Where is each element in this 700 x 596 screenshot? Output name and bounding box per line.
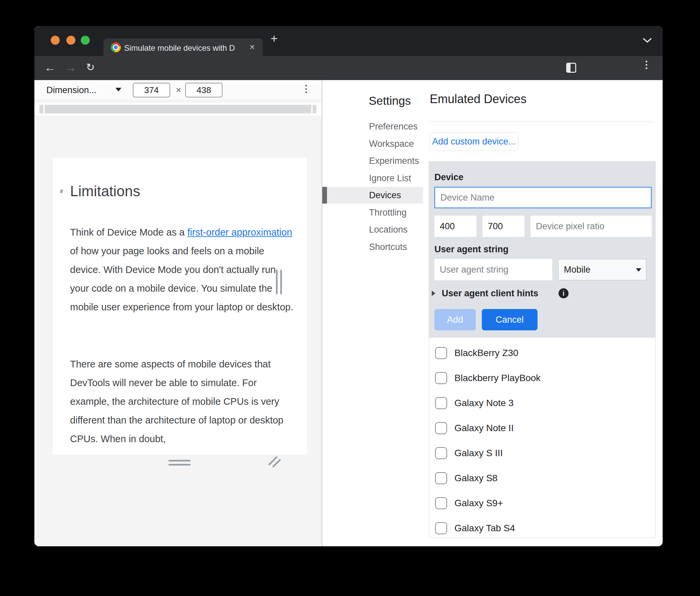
new-tab-button[interactable]: + [271, 33, 278, 45]
device-name-input[interactable] [434, 187, 652, 208]
emulated-page-viewport: # Limitations Think of Device Mode as a … [53, 158, 307, 454]
traffic-light-zoom-icon[interactable] [81, 36, 90, 45]
device-list-row: Galaxy Note 3 [429, 394, 655, 412]
sidebar-item-label: Experiments [369, 156, 419, 166]
viewport-bottom-resize-handle[interactable] [169, 460, 191, 462]
custom-device-form: Device User agent string Mobile User age… [429, 162, 655, 338]
cancel-button[interactable]: Cancel [482, 309, 538, 330]
settings-sidebar-item[interactable]: Devices [322, 187, 423, 203]
device-list-row: Galaxy S8 [429, 470, 655, 487]
add-device-button[interactable]: Add [434, 309, 476, 330]
tab-search-chevron-down-icon[interactable] [642, 37, 652, 44]
device-label: BlackBerry Z30 [454, 348, 518, 358]
title-divider [429, 121, 655, 122]
viewport-right-resize-handle[interactable] [280, 270, 282, 294]
ruler-track[interactable] [40, 105, 316, 114]
device-mode-menu-kebab-icon[interactable] [305, 85, 307, 93]
viewport-right-resize-handle[interactable] [276, 270, 278, 294]
browser-window: Simulate mobile devices with D × + ← → ↻… [34, 26, 662, 546]
reload-button[interactable]: ↻ [86, 62, 95, 73]
doc-p1-text-after: of how your page looks and feels on a mo… [70, 246, 293, 312]
device-list-row: Galaxy Note II [429, 420, 655, 437]
tab-close-icon[interactable]: × [250, 42, 255, 52]
settings-sidebar-item[interactable]: Throttling [322, 204, 423, 221]
device-field-label: Device [434, 172, 464, 182]
device-mode-toolbar: Dimension... × [34, 80, 322, 100]
device-checkbox[interactable] [435, 397, 447, 409]
add-custom-device-button[interactable]: Add custom device... [430, 132, 518, 151]
settings-sidebar-item[interactable]: Ignore List [322, 170, 423, 187]
device-checkbox[interactable] [435, 497, 447, 509]
device-height-input[interactable] [482, 216, 525, 237]
device-label: Galaxy S8 [454, 473, 498, 483]
settings-sidebar-item[interactable]: Workspace [322, 135, 423, 152]
device-label: Galaxy S9+ [454, 498, 503, 508]
browser-menu-kebab-icon[interactable] [646, 61, 647, 69]
side-panel-icon[interactable] [566, 63, 576, 73]
device-checkbox[interactable] [435, 372, 447, 384]
device-checkbox[interactable] [435, 522, 447, 534]
dimension-dropdown-arrow-icon [116, 88, 121, 92]
device-label: Galaxy S III [454, 448, 503, 458]
ua-section-label: User agent string [434, 244, 508, 255]
device-label: Blackberry PlayBook [454, 373, 541, 383]
dimension-separator: × [176, 85, 181, 95]
device-form-and-list: Device User agent string Mobile User age… [429, 161, 656, 538]
chrome-favicon-icon [111, 42, 121, 52]
device-checkbox[interactable] [435, 422, 447, 434]
sidebar-item-label: Preferences [369, 122, 418, 131]
device-checkbox[interactable] [435, 447, 447, 459]
browser-tab[interactable]: Simulate mobile devices with D × [103, 39, 263, 56]
sidebar-item-label: Workspace [369, 139, 414, 149]
doc-p1-text: Think of Device Mode as a [70, 227, 187, 238]
ruler-notch [311, 105, 312, 114]
doc-paragraph-2: There are some aspects of mobile devices… [70, 355, 294, 448]
device-pixel-ratio-input[interactable] [530, 216, 652, 237]
device-checkbox[interactable] [435, 347, 447, 359]
user-agent-input[interactable] [434, 259, 552, 280]
ua-type-select[interactable]: Mobile [558, 259, 646, 280]
sidebar-item-label: Ignore List [369, 173, 411, 183]
settings-sidebar-item[interactable]: Preferences [322, 118, 423, 135]
device-width-input[interactable] [434, 216, 476, 237]
tab-title-fade [234, 41, 250, 54]
settings-title: Settings [369, 94, 411, 107]
page-heading: Limitations [70, 183, 140, 200]
viewport-height-input[interactable] [185, 83, 223, 97]
viewport-bottom-resize-handle[interactable] [169, 464, 191, 466]
dimension-dropdown[interactable]: Dimension... [46, 85, 96, 95]
client-hints-expander-icon[interactable] [432, 291, 435, 296]
forward-button[interactable]: → [65, 62, 76, 73]
device-list-row: Galaxy S9+ [429, 495, 655, 512]
settings-sidebar-item[interactable]: Shortcuts [322, 239, 423, 255]
browser-toolbar: ← → ↻ i localhost:8080/docs/devtools/dev… [34, 56, 662, 80]
settings-sidebar-item[interactable]: Locations [322, 221, 423, 238]
device-mode-ruler [34, 103, 322, 116]
ruler-notch [43, 105, 45, 114]
ua-type-value: Mobile [564, 265, 591, 275]
select-arrow-icon [636, 268, 641, 272]
settings-panel: × Settings Preferences Workspace Experim… [322, 80, 662, 546]
emulated-devices-section: Emulated Devices Add custom device... De… [429, 80, 656, 546]
traffic-light-minimize-icon[interactable] [67, 36, 75, 45]
sidebar-item-label: Locations [369, 225, 408, 234]
sidebar-item-label: Throttling [369, 207, 407, 218]
device-list-row: BlackBerry Z30 [429, 344, 655, 362]
viewport-width-input[interactable] [133, 83, 170, 97]
viewport-corner-resize-handle[interactable] [268, 456, 281, 468]
settings-sidebar-item[interactable]: Experiments [322, 152, 423, 169]
sidebar-item-label: Shortcuts [369, 242, 407, 252]
heading-anchor-hash[interactable]: # [60, 189, 63, 195]
device-label: Galaxy Tab S4 [454, 523, 515, 533]
first-order-approximation-link[interactable]: first-order approximation [187, 227, 292, 238]
device-mode-pane: Dimension... × # Limitations Think of De… [34, 80, 322, 546]
device-checkbox[interactable] [435, 472, 447, 484]
tab-strip: Simulate mobile devices with D × + [34, 26, 662, 56]
emulated-devices-title: Emulated Devices [430, 92, 526, 106]
traffic-light-close-icon[interactable] [51, 36, 60, 45]
doc-paragraph-1: Think of Device Mode as a first-order ap… [70, 223, 294, 316]
device-label: Galaxy Note 3 [454, 398, 514, 408]
back-button[interactable]: ← [44, 62, 56, 73]
client-hints-label: User agent client hints [442, 288, 539, 299]
client-hints-info-icon[interactable]: i [558, 288, 569, 298]
